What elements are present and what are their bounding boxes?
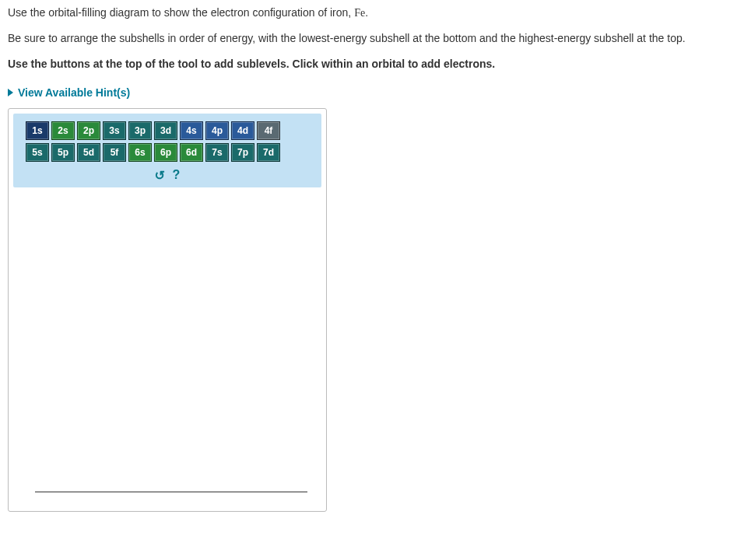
instruction-line-1: Use the orbital-filling diagram to show … bbox=[8, 5, 722, 21]
sublevel-4f-button[interactable]: 4f bbox=[257, 121, 280, 140]
element-symbol: Fe bbox=[354, 7, 365, 19]
sublevel-3p-button[interactable]: 3p bbox=[128, 121, 152, 140]
sublevel-6d-button[interactable]: 6d bbox=[180, 143, 203, 162]
sublevel-7p-button[interactable]: 7p bbox=[231, 143, 254, 162]
instruction-line-3: Use the buttons at the top of the tool t… bbox=[8, 56, 722, 72]
sublevel-5f-button[interactable]: 5f bbox=[103, 143, 126, 162]
orbital-tool-frame: 1s2s2p3s3p3d4s4p4d4f 5s5p5d5f6s6p6d7s7p7… bbox=[8, 108, 327, 512]
sublevel-4s-button[interactable]: 4s bbox=[180, 121, 203, 140]
sublevel-5d-button[interactable]: 5d bbox=[77, 143, 100, 162]
help-button[interactable]: ? bbox=[173, 168, 181, 183]
instruction-line-2: Be sure to arrange the subshells in orde… bbox=[8, 30, 722, 47]
sublevel-2p-button[interactable]: 2p bbox=[77, 121, 100, 140]
view-hints-toggle[interactable]: View Available Hint(s) bbox=[8, 86, 130, 99]
reset-button[interactable]: ↻ bbox=[155, 168, 165, 183]
sublevel-row-2: 5s5p5d5f6s6p6d7s7p7d bbox=[26, 143, 280, 162]
sublevel-1s-button[interactable]: 1s bbox=[26, 121, 49, 140]
tool-actions: ↻ ? bbox=[18, 168, 317, 183]
sublevel-7s-button[interactable]: 7s bbox=[205, 143, 229, 162]
sublevel-6s-button[interactable]: 6s bbox=[128, 143, 152, 162]
sublevel-4p-button[interactable]: 4p bbox=[205, 121, 229, 140]
hints-label: View Available Hint(s) bbox=[18, 86, 130, 99]
sublevel-rows: 1s2s2p3s3p3d4s4p4d4f 5s5p5d5f6s6p6d7s7p7… bbox=[18, 121, 317, 162]
sublevel-3d-button[interactable]: 3d bbox=[154, 121, 177, 140]
sublevel-6p-button[interactable]: 6p bbox=[154, 143, 177, 162]
sublevel-4d-button[interactable]: 4d bbox=[231, 121, 254, 140]
instructions-block: Use the orbital-filling diagram to show … bbox=[8, 5, 722, 72]
instruction-text-1a: Use the orbital-filling diagram to show … bbox=[8, 6, 354, 19]
sublevel-3s-button[interactable]: 3s bbox=[103, 121, 126, 140]
sublevel-2s-button[interactable]: 2s bbox=[51, 121, 75, 140]
orbital-canvas[interactable] bbox=[13, 187, 321, 506]
sublevel-5p-button[interactable]: 5p bbox=[51, 143, 75, 162]
sublevel-7d-button[interactable]: 7d bbox=[257, 143, 280, 162]
instruction-text-1b: . bbox=[365, 6, 368, 19]
baseline-axis bbox=[35, 492, 307, 492]
sublevel-toolbar: 1s2s2p3s3p3d4s4p4d4f 5s5p5d5f6s6p6d7s7p7… bbox=[13, 114, 321, 187]
chevron-right-icon bbox=[8, 89, 13, 96]
sublevel-row-1: 1s2s2p3s3p3d4s4p4d4f bbox=[26, 121, 280, 140]
sublevel-5s-button[interactable]: 5s bbox=[26, 143, 49, 162]
